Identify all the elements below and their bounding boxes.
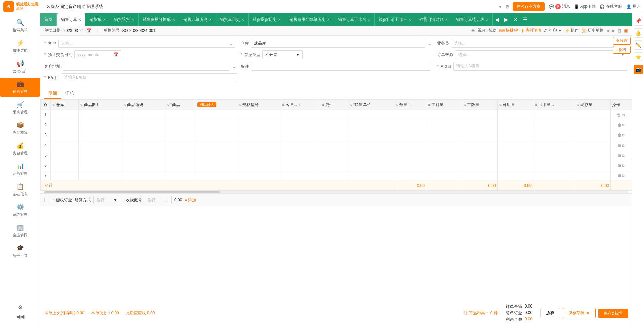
cell-spec-5[interactable]	[237, 150, 280, 160]
sidebar-item-purchase[interactable]: 🛒 采购管理	[0, 98, 40, 117]
cell-code-4[interactable]	[122, 140, 165, 150]
cell-munit-5[interactable]	[426, 150, 462, 160]
cell-ccode-1[interactable]	[280, 110, 320, 120]
cell-image-1[interactable]	[79, 110, 122, 120]
cell-attr-1[interactable]	[320, 110, 348, 120]
cell-spec-4[interactable]	[237, 140, 280, 150]
remark-input[interactable]	[251, 62, 432, 71]
tab-goods-history-close[interactable]: ✕	[241, 18, 244, 22]
cell-munit-1[interactable]	[426, 110, 462, 120]
cell-qty2-3[interactable]	[394, 130, 426, 140]
staff-input[interactable]: 选择... …	[451, 39, 628, 48]
cell-avail-4[interactable]	[497, 140, 533, 150]
cell-image-3[interactable]	[79, 130, 122, 140]
cell-name-3[interactable]	[165, 130, 196, 140]
a-project-input[interactable]: 请输入A项目	[453, 62, 628, 71]
cell-stock-1[interactable]	[575, 110, 611, 120]
cell-scan-6[interactable]	[196, 160, 237, 170]
tab-cash-workbench-close[interactable]: ✕	[408, 18, 411, 22]
tab-sales-stats[interactable]: 销售订单统计表 ✕	[452, 13, 493, 26]
shortcut-button[interactable]: ⌨ 快捷键	[499, 28, 518, 33]
cell-mqty-3[interactable]	[462, 130, 497, 140]
cell-warehouse-6[interactable]	[51, 160, 79, 170]
help-button[interactable]: 帮助	[488, 28, 496, 33]
right-panel-pin[interactable]: 📌	[634, 16, 643, 26]
settings-button[interactable]: ⚙ 设置	[613, 37, 631, 45]
col-scan[interactable]: 扫码录入	[196, 100, 237, 110]
tab-sales-return[interactable]: 销货退货 ✕	[110, 13, 139, 26]
cell-stock-7[interactable]	[575, 170, 611, 180]
cell-spec-2[interactable]	[237, 120, 280, 130]
cell-ccode-6[interactable]	[280, 160, 320, 170]
cell-image-5[interactable]	[79, 150, 122, 160]
cell-mqty-5[interactable]	[462, 150, 497, 160]
invoice-select[interactable]: 不开票 ▼	[262, 50, 303, 59]
cell-warehouse-7[interactable]	[51, 170, 79, 180]
payment-method-select[interactable]: 选择... ▼	[93, 196, 120, 204]
sidebar-item-search[interactable]: 🔍 搜索菜单	[0, 16, 40, 35]
right-panel-camera[interactable]: 📷	[634, 65, 643, 74]
tab-goods-history[interactable]: 销货单历史 ✕	[216, 13, 249, 26]
copy-icon-1[interactable]: ⧉	[622, 113, 625, 117]
cell-mqty-1[interactable]	[462, 110, 497, 120]
cell-avail2-4[interactable]	[533, 140, 575, 150]
cell-action-2[interactable]: 🗑⧉	[611, 120, 632, 130]
one-click-checkbox[interactable]	[44, 198, 49, 202]
right-panel-star[interactable]: ⭐	[634, 52, 643, 62]
cell-name-5[interactable]	[165, 150, 196, 160]
app-download-button[interactable]: 📱 App下载	[574, 4, 596, 9]
cell-name-7[interactable]	[165, 170, 196, 180]
cell-image-2[interactable]	[79, 120, 122, 130]
cell-attr-7[interactable]	[320, 170, 348, 180]
copy-icon-3[interactable]: ⧉	[622, 133, 625, 137]
cell-ccode-2[interactable]	[280, 120, 320, 130]
cell-unit-7[interactable]	[348, 170, 394, 180]
delete-icon-1[interactable]: 🗑	[617, 113, 621, 117]
right-panel-bell[interactable]: 🔔	[634, 28, 643, 38]
toolbar-nav-next[interactable]: ▶	[612, 28, 615, 33]
sidebar-collapse-icon[interactable]: ◀◀	[16, 313, 24, 320]
cell-action-5[interactable]: 🗑⧉	[611, 150, 632, 160]
cell-scan-3[interactable]	[196, 130, 237, 140]
sidebar-item-basicinfo[interactable]: 📋 基础信息	[0, 180, 40, 199]
cell-avail2-3[interactable]	[533, 130, 575, 140]
cell-action-4[interactable]: 🗑⧉	[611, 140, 632, 150]
tab-sales-order-close[interactable]: ✕	[78, 18, 81, 22]
discard-button[interactable]: 放弃	[540, 308, 560, 318]
warehouse-value[interactable]: 成品库	[251, 39, 426, 48]
cell-spec-3[interactable]	[237, 130, 280, 140]
cell-stock-3[interactable]	[575, 130, 611, 140]
cell-munit-3[interactable]	[426, 130, 462, 140]
cell-attr-5[interactable]	[320, 150, 348, 160]
cell-unit-3[interactable]	[348, 130, 394, 140]
sidebar-item-marketing[interactable]: 📢 营销推广	[0, 57, 40, 76]
order-source-input[interactable]: 选择... ▼	[455, 50, 628, 59]
address-more-icon[interactable]: …	[231, 64, 235, 69]
cell-scan-5[interactable]	[196, 150, 237, 160]
warehouse-more-icon[interactable]: …	[427, 41, 431, 46]
cell-warehouse-1[interactable]	[51, 110, 79, 120]
sidebar-item-system[interactable]: ⚙️ 系统管理	[0, 201, 40, 220]
tab-order-workbench-close[interactable]: ✕	[368, 18, 370, 22]
detail-tab-items[interactable]: 明细	[44, 88, 61, 99]
cell-code-1[interactable]	[122, 110, 165, 120]
cell-warehouse-4[interactable]	[51, 140, 79, 150]
cell-qty2-4[interactable]	[394, 140, 426, 150]
tab-sales-return-close[interactable]: ✕	[131, 18, 134, 22]
cell-action-7[interactable]: 🗑⧉	[611, 170, 632, 180]
tab-order-workbench[interactable]: 销售订单工作台 ✕	[334, 13, 375, 26]
delete-icon-5[interactable]: 🗑	[618, 153, 622, 158]
cell-munit-6[interactable]	[426, 160, 462, 170]
cell-code-7[interactable]	[122, 170, 165, 180]
cell-ccode-3[interactable]	[280, 130, 320, 140]
sidebar-item-sales[interactable]: 💼 销售管理	[0, 78, 40, 97]
cell-avail2-2[interactable]	[533, 120, 575, 130]
cell-image-6[interactable]	[79, 160, 122, 170]
profit-button[interactable]: ◎ 毛利预估	[521, 28, 541, 33]
sidebar-item-quicknav[interactable]: ⚡ 快捷导航	[0, 37, 40, 56]
sidebar-settings-icon[interactable]: ⚙	[18, 304, 23, 311]
cell-mqty-4[interactable]	[462, 140, 497, 150]
operate-button[interactable]: ⚡ 操作	[565, 28, 579, 33]
cell-action-3[interactable]: 🗑⧉	[611, 130, 632, 140]
cell-mqty-2[interactable]	[462, 120, 497, 130]
